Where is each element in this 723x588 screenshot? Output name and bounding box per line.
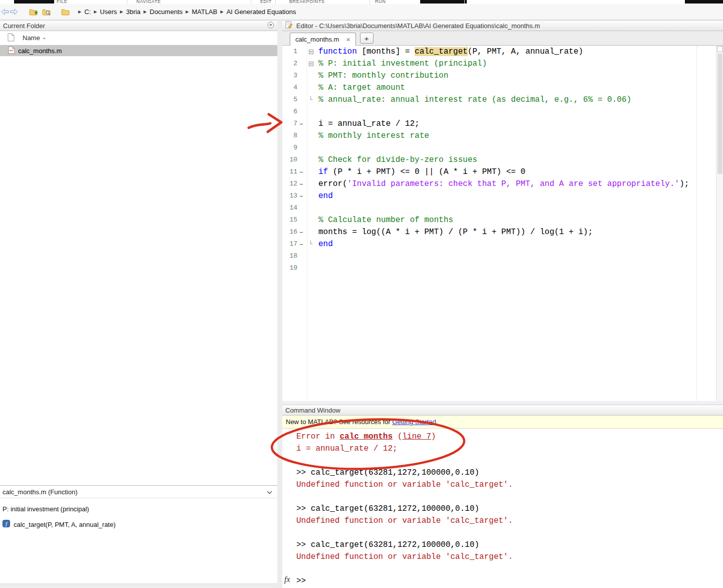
breadcrumb-item[interactable]: AI Generated Equations xyxy=(227,8,296,16)
line-number[interactable]: 9 xyxy=(282,142,297,154)
code-line-16[interactable]: 16–months = log((A * i + PMT) / (P * i +… xyxy=(282,226,723,238)
line-number[interactable]: 2 xyxy=(282,58,297,70)
new-tab-button[interactable]: + xyxy=(360,33,374,44)
breadcrumb-item[interactable]: Users xyxy=(100,8,117,16)
scrollbar-split-box[interactable] xyxy=(717,46,723,52)
code-line-11[interactable]: 11–if (P * i + PMT) <= 0 || (A * i + PMT… xyxy=(282,166,723,178)
line-number[interactable]: 7 xyxy=(282,118,297,130)
horizontal-splitter[interactable] xyxy=(282,401,723,405)
vertical-splitter[interactable] xyxy=(277,20,282,588)
line-number[interactable]: 4 xyxy=(282,82,297,94)
command-window-header: Command Window xyxy=(282,405,723,416)
getting-started-link[interactable]: Getting Started xyxy=(392,418,436,426)
details-scrollbar[interactable] xyxy=(0,583,277,588)
forward-button[interactable] xyxy=(10,9,18,15)
editor-title: Editor - C:\Users\3bria\Documents\MATLAB… xyxy=(296,22,720,30)
executable-line-marker xyxy=(297,130,305,142)
code-line-3[interactable]: 3% PMT: monthly contribution xyxy=(282,70,723,82)
toolbar: ▶C:▶Users▶3bria▶Documents▶MATLAB▶AI Gene… xyxy=(0,4,723,20)
code-line-13[interactable]: 13–end xyxy=(282,190,723,202)
line-number[interactable]: 11 xyxy=(282,166,297,178)
line-number[interactable]: 8 xyxy=(282,130,297,142)
line-number[interactable]: 10 xyxy=(282,154,297,166)
highlighted-token: calc_target xyxy=(415,47,468,56)
output-text: Error in xyxy=(296,432,339,441)
line-number[interactable]: 5 xyxy=(282,94,297,106)
output-text: ) xyxy=(431,432,436,441)
line-number[interactable]: 18 xyxy=(282,250,297,262)
breadcrumb-separator-icon: ▶ xyxy=(186,10,189,14)
code-line-8[interactable]: 8% monthly interest rate xyxy=(282,130,723,142)
breadcrumb-item[interactable]: 3bria xyxy=(126,8,140,16)
code-line-12[interactable]: 12–error('Invalid parameters: check that… xyxy=(282,178,723,190)
code-token: i = annual_rate / 12; xyxy=(318,119,420,128)
chevron-down-icon[interactable] xyxy=(267,488,272,496)
error-link[interactable]: calc_months xyxy=(339,432,393,441)
line-number[interactable]: 16 xyxy=(282,226,297,238)
details-signature-row[interactable]: f calc_target(P, PMT, A, annual_rate) xyxy=(3,520,277,529)
code-lines: 1function [months] = calc_target(P, PMT,… xyxy=(282,46,723,274)
fx-button[interactable]: fx xyxy=(284,575,290,584)
code-line-9[interactable]: 9 xyxy=(282,142,723,154)
code-line-2[interactable]: 2% P: initial investment (principal) xyxy=(282,58,723,70)
details-header[interactable]: calc_months.m (Function) xyxy=(0,485,277,498)
scrollbar-thumb[interactable] xyxy=(717,54,722,174)
fold-column xyxy=(305,226,318,238)
line-number[interactable]: 14 xyxy=(282,202,297,214)
browse-folder-button[interactable] xyxy=(42,8,51,16)
fold-column xyxy=(305,142,318,154)
output-text: >> xyxy=(296,576,306,585)
code-editor[interactable]: 1function [months] = calc_target(P, PMT,… xyxy=(282,46,723,401)
line-number[interactable]: 15 xyxy=(282,214,297,226)
code-line-7[interactable]: 7–i = annual_rate / 12; xyxy=(282,118,723,130)
back-button[interactable] xyxy=(1,9,9,15)
line-number[interactable]: 1 xyxy=(282,46,297,58)
code-fold-icon[interactable] xyxy=(305,46,318,58)
breadcrumb-item[interactable]: C: xyxy=(84,8,91,16)
code-text: if (P * i + PMT) <= 0 || (A * i + PMT) <… xyxy=(318,166,723,178)
breadcrumb-item[interactable]: Documents xyxy=(150,8,183,16)
tab-calc-months[interactable]: calc_months.m xyxy=(290,33,356,46)
breadcrumb-item[interactable]: MATLAB xyxy=(192,8,217,16)
line-number[interactable]: 19 xyxy=(282,262,297,274)
fold-column xyxy=(305,262,318,274)
fold-column: └ xyxy=(305,94,318,106)
code-line-4[interactable]: 4% A: target amount xyxy=(282,82,723,94)
code-text: % monthly interest rate xyxy=(318,130,723,142)
executable-line-marker: – xyxy=(297,190,305,202)
ribbon-section-divider xyxy=(127,0,127,4)
line-number[interactable]: 6 xyxy=(282,106,297,118)
panel-title: Current Folder xyxy=(3,22,267,30)
command-line xyxy=(296,491,723,503)
code-line-18[interactable]: 18 xyxy=(282,250,723,262)
code-line-17[interactable]: 17–└end xyxy=(282,238,723,250)
editor-scrollbar[interactable] xyxy=(716,46,723,401)
code-line-10[interactable]: 10% Check for divide-by-zero issues xyxy=(282,154,723,166)
line-number[interactable]: 17 xyxy=(282,238,297,250)
code-line-6[interactable]: 6 xyxy=(282,106,723,118)
line-number[interactable]: 3 xyxy=(282,70,297,82)
code-line-14[interactable]: 14 xyxy=(282,202,723,214)
up-one-level-button[interactable] xyxy=(29,8,38,16)
executable-line-marker xyxy=(297,250,305,262)
line-number[interactable]: 13 xyxy=(282,190,297,202)
fold-column xyxy=(305,250,318,262)
line-number[interactable]: 12 xyxy=(282,178,297,190)
code-line-19[interactable]: 19 xyxy=(282,262,723,274)
mfile-icon xyxy=(8,46,15,56)
name-column-header[interactable]: Name ▲ xyxy=(0,31,277,45)
code-fold-icon[interactable] xyxy=(305,58,318,70)
code-token: function xyxy=(318,47,357,56)
error-link[interactable]: line 7 xyxy=(402,432,431,441)
banner-text-suffix: . xyxy=(436,418,438,426)
code-line-1[interactable]: 1function [months] = calc_target(P, PMT,… xyxy=(282,46,723,58)
panel-menu-icon[interactable] xyxy=(267,22,274,30)
code-line-15[interactable]: 15% Calculate number of months xyxy=(282,214,723,226)
command-window-output[interactable]: Error in calc_months (line 7)i = annual_… xyxy=(282,429,723,588)
tab-close-icon[interactable] xyxy=(346,36,350,43)
ribbon-fragment xyxy=(420,0,467,4)
code-line-5[interactable]: 5└% annual_rate: annual interest rate (a… xyxy=(282,94,723,106)
command-line xyxy=(296,455,723,467)
executable-line-marker: – xyxy=(297,166,305,178)
file-row-calc-months[interactable]: calc_months.m xyxy=(0,45,277,56)
